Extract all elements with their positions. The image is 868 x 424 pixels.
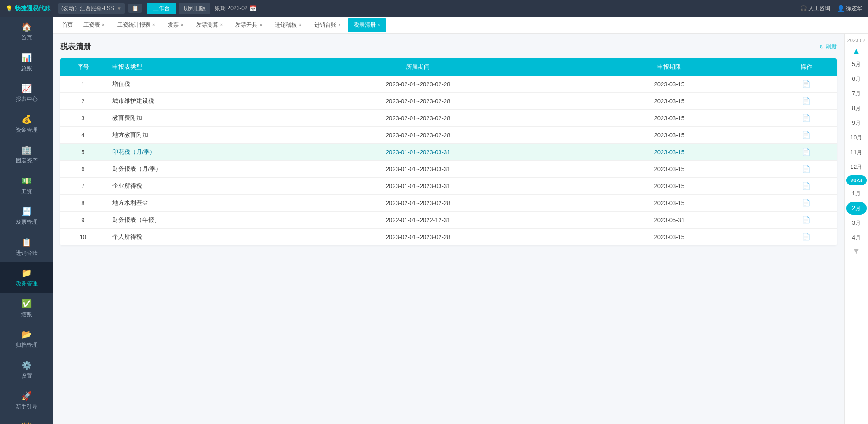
calendar-icon[interactable]: 📅 <box>250 5 256 11</box>
right-actions: 🎧 人工咨询 👤 徐逻华 <box>800 5 862 12</box>
timeline-down-button[interactable]: ▼ <box>851 245 862 257</box>
col-deadline: 申报期限 <box>562 58 776 76</box>
cell-action: 📄 <box>776 212 837 229</box>
sidebar-item-settlement[interactable]: ✅ 结账 <box>0 293 53 324</box>
tab-payroll[interactable]: 工资表 × <box>78 18 111 32</box>
period-label: 账期 <box>215 5 226 12</box>
tab-purchase-ledger-close[interactable]: × <box>338 22 341 28</box>
tab-invoice-open[interactable]: 发票开具 × <box>229 18 268 32</box>
copy-button[interactable]: 📋 <box>128 4 142 13</box>
col-period: 所属期间 <box>273 58 563 76</box>
sidebar-item-home[interactable]: 🏠 首页 <box>0 17 53 47</box>
timeline-month-6[interactable]: 6月 <box>846 73 867 85</box>
action-view-button[interactable]: 📄 <box>802 199 811 206</box>
tab-invoice-open-close[interactable]: × <box>259 22 262 28</box>
tab-purchase-audit[interactable]: 进销稽核 × <box>269 18 307 32</box>
tab-invoice-close[interactable]: × <box>181 22 184 28</box>
tab-invoice[interactable]: 发票 × <box>162 18 189 32</box>
tab-payroll-close[interactable]: × <box>102 22 105 28</box>
timeline-month-4[interactable]: 4月 <box>846 231 867 244</box>
sidebar-item-payroll[interactable]: 💵 工资 <box>0 170 53 201</box>
timeline-month-7[interactable]: 7月 <box>846 87 867 100</box>
cell-action: 📄 <box>776 178 837 195</box>
content-area: 首页 工资表 × 工资统计报表 × 发票 × 发票测算 × 发票开具 × <box>53 17 868 424</box>
timeline-month-9[interactable]: 9月 <box>846 117 867 129</box>
sidebar-item-purchase-ledger[interactable]: 📋 进销台账 <box>0 232 53 262</box>
tab-purchase-audit-label: 进销稽核 <box>275 21 297 29</box>
timeline-month-1[interactable]: 1月 <box>846 187 867 200</box>
workbench-button[interactable]: 工作台 <box>147 3 176 14</box>
action-view-button[interactable]: 📄 <box>802 97 811 105</box>
timeline-month-5[interactable]: 5月 <box>846 58 867 71</box>
cell-period: 2023-01-01~2023-03-31 <box>273 161 563 178</box>
sidebar-item-report-center[interactable]: 📈 报表中心 <box>0 78 53 109</box>
timeline-year-2023[interactable]: 2023 <box>846 175 867 185</box>
sidebar-label-ledger: 总账 <box>21 65 32 73</box>
action-view-button[interactable]: 📄 <box>802 114 811 122</box>
sidebar-item-membership[interactable]: 👑 畅会员 <box>0 416 53 424</box>
action-view-button[interactable]: 📄 <box>802 182 811 190</box>
cell-action: 📄 <box>776 93 837 110</box>
table-header-row: 序号 申报表类型 所属期间 申报期限 操作 <box>60 58 837 76</box>
tab-purchase-audit-close[interactable]: × <box>299 22 301 28</box>
sidebar-item-fund-mgmt[interactable]: 💰 资金管理 <box>0 109 53 139</box>
sidebar-label-archive-mgmt: 归档管理 <box>16 341 38 349</box>
timeline-month-11[interactable]: 11月 <box>846 146 867 159</box>
refresh-button[interactable]: ↻ 刷新 <box>819 43 837 50</box>
ledger-icon: 📊 <box>22 53 32 63</box>
user-menu[interactable]: 👤 徐逻华 <box>837 5 862 12</box>
action-view-button[interactable]: 📄 <box>802 165 811 173</box>
tab-invoice-calc-label: 发票测算 <box>196 21 218 29</box>
tab-tax-clearance[interactable]: 税表清册 × <box>348 18 386 32</box>
sidebar-item-guide[interactable]: 🚀 新手引导 <box>0 385 53 416</box>
sidebar-item-tax-mgmt[interactable]: 📁 税务管理 <box>0 262 53 293</box>
cell-action: 📄 <box>776 144 837 161</box>
cell-period: 2022-01-01~2022-12-31 <box>273 212 563 229</box>
timeline-up-button[interactable]: ▲ <box>851 45 862 57</box>
cell-action: 📄 <box>776 195 837 212</box>
tab-payroll-stats-close[interactable]: × <box>152 22 155 28</box>
tab-payroll-label: 工资表 <box>83 21 100 29</box>
cell-type: 地方教育附加 <box>106 127 273 144</box>
sidebar-item-ledger[interactable]: 📊 总账 <box>0 47 53 78</box>
sidebar-item-archive-mgmt[interactable]: 📂 归档管理 <box>0 324 53 355</box>
tab-tax-clearance-close[interactable]: × <box>378 22 380 28</box>
timeline-month-10[interactable]: 10月 <box>846 131 867 144</box>
sidebar-label-invoice-mgmt: 发票管理 <box>16 218 38 226</box>
table-row: 3教育费附加2023-02-01~2023-02-282023-03-15📄 <box>60 110 837 127</box>
fund-icon: 💰 <box>22 114 32 124</box>
tab-home[interactable]: 首页 <box>58 18 77 32</box>
switch-version-button[interactable]: 切到旧版 <box>179 3 210 14</box>
action-view-button[interactable]: 📄 <box>802 131 811 139</box>
action-view-button[interactable]: 📄 <box>802 148 811 156</box>
cell-action: 📄 <box>776 110 837 127</box>
report-icon: 📈 <box>22 84 32 94</box>
sidebar-item-settings[interactable]: ⚙️ 设置 <box>0 355 53 385</box>
cell-no: 8 <box>60 195 106 212</box>
sidebar-label-home: 首页 <box>21 34 32 42</box>
cell-deadline: 2023-03-15 <box>562 127 776 144</box>
timeline-month-8[interactable]: 8月 <box>846 102 867 115</box>
tab-invoice-calc[interactable]: 发票测算 × <box>190 18 229 32</box>
cell-no: 5 <box>60 144 106 161</box>
tab-purchase-ledger[interactable]: 进销台账 × <box>308 18 347 32</box>
home-icon: 🏠 <box>22 22 32 32</box>
cell-no: 10 <box>60 229 106 245</box>
sidebar-item-invoice-mgmt[interactable]: 🧾 发票管理 <box>0 201 53 232</box>
company-selector[interactable]: (勿动）江西服垒-LSS ▼ <box>58 3 125 14</box>
ai-consult-button[interactable]: 🎧 人工咨询 <box>800 5 830 12</box>
cell-period: 2023-02-01~2023-02-28 <box>273 195 563 212</box>
timeline-month-3[interactable]: 3月 <box>846 217 867 229</box>
tab-payroll-stats[interactable]: 工资统计报表 × <box>111 18 161 32</box>
timeline-month-12[interactable]: 12月 <box>846 161 867 173</box>
action-view-button[interactable]: 📄 <box>802 216 811 223</box>
action-view-button[interactable]: 📄 <box>802 80 811 88</box>
cell-action: 📄 <box>776 127 837 144</box>
tab-invoice-calc-close[interactable]: × <box>220 22 223 28</box>
sidebar-item-fixed-assets[interactable]: 🏢 固定资产 <box>0 139 53 170</box>
action-view-button[interactable]: 📄 <box>802 233 811 240</box>
timeline-month-2[interactable]: 2月 <box>846 202 867 215</box>
sidebar: 🏠 首页 📊 总账 📈 报表中心 💰 资金管理 🏢 固定资产 💵 工资 🧾 发票… <box>0 17 53 424</box>
sidebar-label-settings: 设置 <box>21 372 32 380</box>
sidebar-label-purchase-ledger: 进销台账 <box>16 249 38 257</box>
